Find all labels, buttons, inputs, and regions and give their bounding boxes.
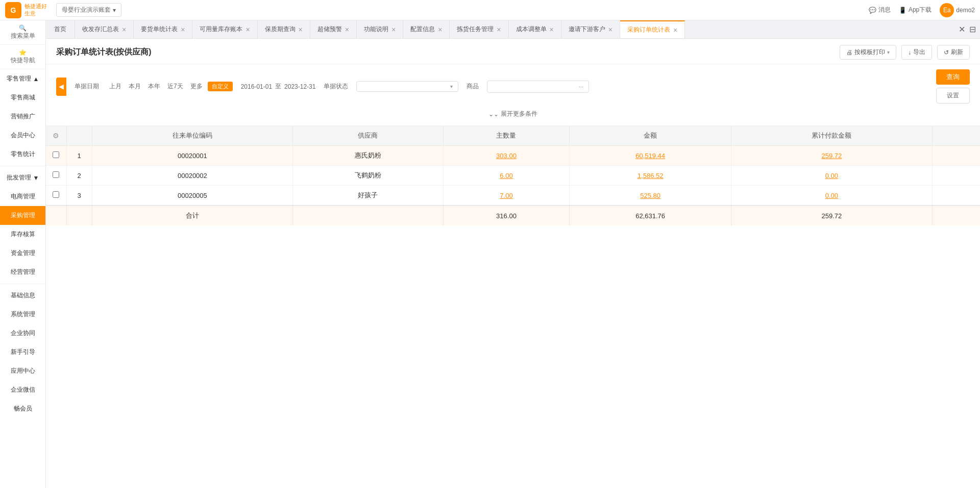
sidebar-item-ecommerce-mgmt[interactable]: 电商管理 — [0, 187, 45, 206]
row-quantity[interactable]: 7.00 — [443, 186, 570, 206]
tab-goods-stats[interactable]: 要货单统计表 × — [134, 20, 192, 38]
tab-expiry-query[interactable]: 保质期查询 × — [258, 20, 310, 38]
print-button[interactable]: 🖨 按模板打印 ▾ — [840, 45, 896, 60]
sidebar-search[interactable]: 🔍 搜索菜单 — [0, 20, 45, 45]
tab-config-info-close-icon[interactable]: × — [438, 25, 442, 34]
date-shortcut-7days[interactable]: 近7天 — [165, 81, 185, 92]
sidebar-item-basic-info[interactable]: 基础信息 — [0, 286, 45, 305]
row-paid-amount-link[interactable]: 0.00 — [825, 192, 838, 199]
row-amount-link[interactable]: 525.80 — [640, 192, 660, 199]
sidebar-item-new-guide[interactable]: 新手引导 — [0, 343, 45, 362]
sidebar-item-marketing[interactable]: 营销推广 — [0, 107, 45, 126]
date-shortcut-more[interactable]: 更多 — [188, 81, 205, 92]
tab-available-stock-close-icon[interactable]: × — [246, 25, 250, 34]
sidebar-item-finance-mgmt[interactable]: 资金管理 — [0, 244, 45, 263]
row-paid-amount[interactable]: 0.00 — [731, 186, 933, 206]
row-amount[interactable]: 60,519.44 — [570, 146, 731, 166]
sidebar-item-enterprise-collab[interactable]: 企业协同 — [0, 324, 45, 343]
tab-function-desc-label: 功能说明 — [364, 25, 388, 34]
tab-menu-icon[interactable]: ⊟ — [969, 24, 976, 34]
sidebar-item-wholesale-mgmt[interactable]: 批发管理 ▼ — [0, 168, 45, 187]
row-paid-amount[interactable]: 259.72 — [731, 146, 933, 166]
tab-invite-downstream[interactable]: 邀请下游客户 × — [561, 20, 620, 38]
refresh-button[interactable]: ↺ 刷新 — [937, 45, 970, 60]
table-row[interactable]: 1 00020001 惠氏奶粉 303.00 60,519.44 259.72 — [46, 146, 980, 166]
row-checkbox-cell[interactable] — [46, 166, 66, 186]
row-amount[interactable]: 1,586.52 — [570, 166, 731, 186]
col-header-checkbox[interactable]: ⚙ — [46, 126, 66, 146]
sidebar-item-member-center[interactable]: 会员中心 — [0, 126, 45, 145]
sidebar-quick-nav[interactable]: ⭐ 快捷导航 — [0, 45, 45, 69]
tab-purchase-stats-close-icon[interactable]: × — [673, 26, 677, 34]
tab-goods-stats-close-icon[interactable]: × — [181, 25, 185, 34]
sidebar-item-purchase-mgmt[interactable]: 采购管理 — [0, 206, 45, 225]
sidebar-item-retail-mgmt[interactable]: 零售管理 ▲ — [0, 69, 45, 88]
tab-config-info[interactable]: 配置信息 × — [403, 20, 450, 38]
sidebar-item-vip-member[interactable]: 畅会员 — [0, 399, 45, 418]
tab-function-desc-close-icon[interactable]: × — [391, 25, 396, 34]
row-checkbox-cell[interactable] — [46, 146, 66, 166]
goods-filter-label: 商品 — [467, 82, 479, 91]
tab-close-all-icon[interactable]: ✕ — [959, 24, 965, 34]
workspace-selector[interactable]: 母婴行业演示账套 ▾ — [56, 3, 121, 17]
message-button[interactable]: 💬 消息 — [869, 6, 891, 14]
tab-receive-send-close-icon[interactable]: × — [122, 25, 126, 34]
date-shortcut-this-year[interactable]: 本年 — [146, 81, 162, 92]
tab-pick-task[interactable]: 拣货任务管理 × — [450, 20, 508, 38]
row-quantity-link[interactable]: 6.00 — [500, 172, 512, 179]
row-checkbox[interactable] — [53, 151, 59, 158]
row-checkbox-cell[interactable] — [46, 186, 66, 206]
date-shortcut-last-month[interactable]: 上月 — [107, 81, 124, 92]
sidebar-item-inventory[interactable]: 库存核算 — [0, 225, 45, 244]
column-settings-icon[interactable]: ⚙ — [53, 132, 59, 140]
tab-receive-send[interactable]: 收发存汇总表 × — [75, 20, 134, 38]
tab-function-desc[interactable]: 功能说明 × — [357, 20, 403, 38]
sidebar-item-operations-mgmt[interactable]: 经营管理 — [0, 263, 45, 281]
sidebar-item-app-center[interactable]: 应用中心 — [0, 362, 45, 380]
row-amount[interactable]: 525.80 — [570, 186, 731, 206]
tab-pick-task-close-icon[interactable]: × — [497, 25, 501, 34]
sidebar-item-system-mgmt[interactable]: 系统管理 — [0, 305, 45, 324]
expand-button[interactable]: ⌄⌄ 展开更多条件 — [482, 108, 544, 120]
filter-toggle-button[interactable]: ◀ — [56, 78, 66, 96]
app-download-button[interactable]: 📱 App下载 — [899, 6, 932, 14]
row-paid-amount-link[interactable]: 259.72 — [822, 152, 842, 160]
row-checkbox[interactable] — [53, 171, 59, 178]
tab-overstock-alert[interactable]: 超储预警 × — [310, 20, 357, 38]
date-custom-label[interactable]: 自定义 — [208, 82, 233, 91]
tab-purchase-stats[interactable]: 采购订单统计表 × — [620, 20, 685, 38]
tab-expiry-query-close-icon[interactable]: × — [299, 25, 303, 34]
row-quantity-link[interactable]: 7.00 — [500, 192, 512, 199]
export-button[interactable]: ↓ 导出 — [901, 45, 932, 60]
table-row[interactable]: 3 00020005 好孩子 7.00 525.80 0.00 — [46, 186, 980, 206]
tab-invite-downstream-close-icon[interactable]: × — [608, 25, 612, 34]
sidebar-item-retail-shop[interactable]: 零售商城 — [0, 88, 45, 107]
row-checkbox[interactable] — [53, 191, 59, 198]
row-amount-link[interactable]: 1,586.52 — [638, 172, 664, 179]
table-row[interactable]: 2 00020002 飞鹤奶粉 6.00 1,586.52 0.00 — [46, 166, 980, 186]
row-amount-link[interactable]: 60,519.44 — [635, 152, 665, 160]
basic-info-label: 基础信息 — [11, 291, 35, 300]
tab-home[interactable]: 首页 — [46, 20, 75, 38]
row-quantity-link[interactable]: 303.00 — [496, 152, 517, 160]
row-paid-amount-link[interactable]: 0.00 — [825, 172, 838, 179]
row-paid-amount[interactable]: 0.00 — [731, 166, 933, 186]
tab-cost-adjust-close-icon[interactable]: × — [550, 25, 554, 34]
retail-stats-label: 零售统计 — [11, 150, 35, 159]
tab-cost-adjust[interactable]: 成本调整单 × — [509, 20, 561, 38]
user-area[interactable]: Ea demo2 — [940, 3, 975, 17]
logo-icon: G — [5, 2, 21, 18]
row-quantity[interactable]: 6.00 — [443, 166, 570, 186]
avatar: Ea — [940, 3, 954, 17]
date-shortcut-this-month[interactable]: 本月 — [127, 81, 143, 92]
tab-available-stock[interactable]: 可用量库存账本 × — [192, 20, 257, 38]
row-index: 2 — [66, 166, 92, 186]
settings-button[interactable]: 设置 — [936, 88, 970, 104]
tab-overstock-alert-close-icon[interactable]: × — [345, 25, 349, 34]
row-quantity[interactable]: 303.00 — [443, 146, 570, 166]
goods-input[interactable]: ··· — [487, 81, 589, 93]
status-select[interactable]: ▾ — [356, 81, 458, 92]
sidebar-item-retail-stats[interactable]: 零售统计 — [0, 145, 45, 164]
sidebar-item-enterprise-wechat[interactable]: 企业微信 — [0, 380, 45, 399]
query-button[interactable]: 查询 — [936, 69, 970, 85]
